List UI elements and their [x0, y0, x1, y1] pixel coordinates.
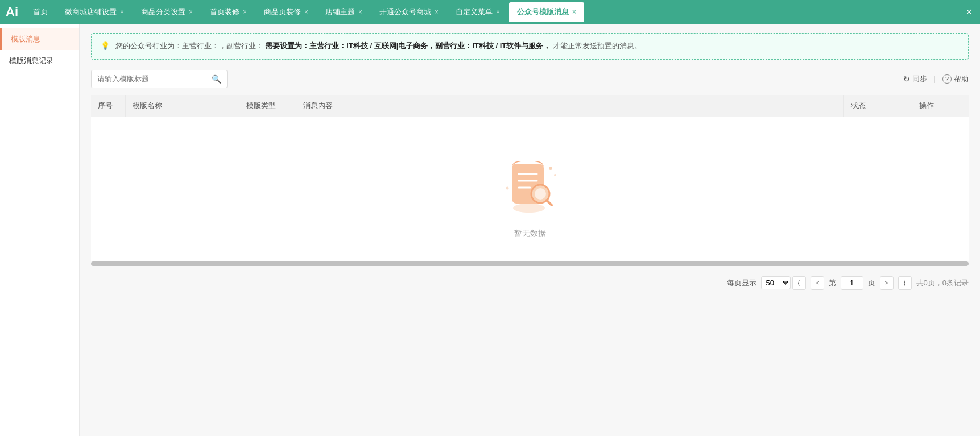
pagination: 每页显示 50 10 20 100 ▾ ⟨ ＜ 第 页 ＞ ⟩ [91, 272, 969, 294]
close-productpage[interactable]: × [304, 8, 308, 16]
page-label: 第 [829, 278, 836, 288]
table-scrollbar[interactable] [91, 261, 969, 266]
logo-tab: Ai [2, 2, 24, 22]
sidebar-item-template-record[interactable]: 模版消息记录 [0, 50, 79, 72]
search-input[interactable] [97, 74, 212, 83]
tab-home[interactable]: 首页 [25, 2, 56, 22]
page-size-label: 每页显示 [727, 278, 756, 288]
notice-icon: 💡 [101, 41, 110, 50]
window-close-button[interactable]: × [960, 6, 978, 18]
search-row: 🔍 ↻ 同步 | ? 帮助 [91, 70, 969, 88]
sidebar-item-template-msg[interactable]: 模版消息 [0, 28, 79, 50]
main-layout: 模版消息 模版消息记录 💡 您的公众号行业为：主营行业：，副营行业： 需要设置为… [0, 24, 980, 436]
next-page-icon: ＞ [883, 278, 890, 288]
close-custommenu[interactable]: × [496, 8, 500, 16]
close-template[interactable]: × [572, 8, 576, 16]
col-header-action: 操作 [912, 95, 969, 117]
last-page-icon: ⟩ [903, 279, 906, 287]
tab-mall[interactable]: 开通公众号商城 × [371, 2, 446, 22]
tab-custommenu[interactable]: 自定义菜单 × [448, 2, 508, 22]
sync-button[interactable]: ↻ 同步 [903, 74, 927, 84]
empty-text: 暂无数据 [91, 229, 969, 239]
empty-state: 暂无数据 [91, 117, 969, 261]
tab-category[interactable]: 商品分类设置 × [133, 2, 201, 22]
search-input-wrap: 🔍 [91, 70, 228, 88]
col-header-name: 模版名称 [125, 95, 239, 117]
tab-bar: Ai 首页 微商城店铺设置 × 商品分类设置 × 首页装修 × 商品页装修 × … [0, 0, 980, 24]
svg-point-8 [549, 167, 552, 170]
svg-point-6 [535, 188, 546, 200]
table-empty-row: 暂无数据 [91, 117, 969, 261]
prev-page-icon: ＜ [814, 278, 821, 288]
data-table: 序号 模版名称 模版类型 消息内容 状态 操作 [91, 95, 969, 261]
help-button[interactable]: ? 帮助 [942, 74, 969, 84]
content-area: 💡 您的公众号行业为：主营行业：，副营行业： 需要设置为：主营行业：IT科技 /… [80, 24, 980, 436]
divider: | [934, 74, 936, 83]
tab-weishop[interactable]: 微商城店铺设置 × [57, 2, 132, 22]
empty-icon [496, 151, 564, 219]
tab-homepage[interactable]: 首页装修 × [202, 2, 255, 22]
notice-banner: 💡 您的公众号行业为：主营行业：，副营行业： 需要设置为：主营行业：IT科技 /… [91, 33, 969, 60]
col-header-status: 状态 [843, 95, 912, 117]
total-records: 共0页，0条记录 [916, 278, 969, 288]
page-size-select[interactable]: 50 10 20 100 [761, 276, 791, 289]
page-number-input[interactable] [841, 276, 863, 290]
close-category[interactable]: × [189, 8, 193, 16]
help-icon: ? [942, 74, 952, 84]
sync-icon: ↻ [903, 74, 910, 84]
close-weishop[interactable]: × [120, 8, 124, 16]
svg-point-9 [554, 174, 556, 176]
table-header-row: 序号 模版名称 模版类型 消息内容 状态 操作 [91, 95, 969, 117]
first-page-button[interactable]: ⟨ [792, 276, 806, 290]
col-header-type: 模版类型 [239, 95, 296, 117]
col-header-content: 消息内容 [296, 95, 843, 117]
toolbar-right: ↻ 同步 | ? 帮助 [903, 74, 969, 84]
tab-template[interactable]: 公众号模版消息 × [509, 2, 584, 22]
next-page-button[interactable]: ＞ [880, 276, 894, 290]
sidebar: 模版消息 模版消息记录 [0, 24, 80, 436]
prev-page-button[interactable]: ＜ [811, 276, 824, 290]
svg-point-10 [506, 186, 508, 189]
last-page-button[interactable]: ⟩ [898, 276, 912, 290]
table-body: 暂无数据 [91, 117, 969, 261]
close-theme[interactable]: × [358, 8, 362, 16]
tab-theme[interactable]: 店铺主题 × [317, 2, 370, 22]
first-page-icon: ⟨ [797, 279, 800, 287]
page-unit: 页 [868, 278, 875, 288]
close-homepage[interactable]: × [243, 8, 247, 16]
close-mall[interactable]: × [435, 8, 439, 16]
svg-line-7 [547, 200, 552, 205]
svg-point-0 [513, 204, 545, 213]
tab-productpage[interactable]: 商品页装修 × [256, 2, 316, 22]
scrollbar-thumb [91, 261, 969, 266]
col-header-index: 序号 [91, 95, 125, 117]
search-icon[interactable]: 🔍 [212, 74, 221, 84]
